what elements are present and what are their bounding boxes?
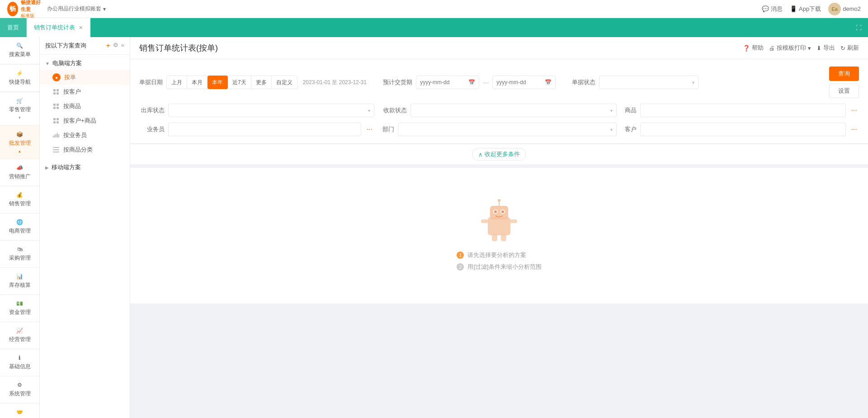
tab-sales-label: 销售订单统计表 bbox=[34, 24, 75, 32]
order-status-label: 单据状态 bbox=[572, 78, 595, 86]
sidebar-item-ecommerce[interactable]: 🌐 电商管理 bbox=[0, 214, 39, 241]
app-download-button[interactable]: 📱 App下载 bbox=[790, 5, 821, 13]
tab-close-icon[interactable]: ✕ bbox=[79, 25, 83, 31]
filter-area: 单据日期 上月 本月 本年 近7天 更多 自定义 2023-01-01 至 20… bbox=[130, 59, 868, 144]
salesperson-input[interactable] bbox=[168, 123, 361, 136]
scheme-item-by-category[interactable]: 按商品分类 bbox=[40, 142, 130, 157]
ship-status-select[interactable]: ▾ bbox=[168, 104, 374, 117]
filter-row-3: 业务员 ··· 部门 ▾ 客户 ··· bbox=[139, 123, 859, 136]
date-btn-7days[interactable]: 近7天 bbox=[228, 76, 251, 89]
sidebar-item-quicknav[interactable]: ⚡ 快捷导航 bbox=[0, 65, 39, 92]
sidebar-item-marketing[interactable]: 📣 营销推广 bbox=[0, 159, 39, 186]
finance-icon: 💵 bbox=[16, 300, 23, 307]
scheme-item-by-salesperson[interactable]: 按业务员 bbox=[40, 128, 130, 142]
sidebar-item-retail[interactable]: 🛒 零售管理 ▾ bbox=[0, 92, 39, 126]
empty-state: 1 请先选择要分析的方案 2 用[过滤]条件来缩小分析范围 bbox=[130, 168, 868, 304]
settings-scheme-button[interactable]: ⚙ bbox=[113, 42, 118, 50]
help-button[interactable]: ❓ 帮助 bbox=[743, 44, 764, 52]
svg-rect-9 bbox=[57, 118, 59, 120]
scheme-item-by-cust-prod[interactable]: 按客户+商品 bbox=[40, 114, 130, 128]
salesperson-filter: 业务员 ··· bbox=[139, 123, 374, 136]
tab-home[interactable]: 首页 bbox=[0, 18, 27, 37]
logo-text: 畅捷通好生意 标准版 bbox=[21, 0, 43, 19]
refresh-button[interactable]: ↻ 刷新 bbox=[840, 44, 859, 52]
system-icon: ⚙ bbox=[17, 382, 22, 388]
sidebar-item-enterprise-coop[interactable]: 🤝 企业协同 bbox=[0, 404, 39, 418]
customer-label: 客户 bbox=[624, 125, 637, 133]
user-menu[interactable]: Ea demo2 bbox=[828, 3, 861, 15]
svg-rect-1 bbox=[57, 89, 59, 91]
pc-scheme-group-header[interactable]: ▼ 电脑端方案 bbox=[40, 57, 130, 70]
date-btn-more[interactable]: 更多 bbox=[251, 76, 272, 89]
scheme-item-by-product[interactable]: 按商品 bbox=[40, 99, 130, 114]
order-status-filter: 单据状态 ▾ bbox=[572, 76, 816, 89]
department-select[interactable]: ▾ bbox=[398, 123, 617, 136]
date-btn-this-month[interactable]: 本月 bbox=[187, 76, 208, 89]
customer-more-button[interactable]: ··· bbox=[849, 123, 859, 136]
export-button[interactable]: ⬇ 导出 bbox=[816, 44, 835, 52]
date-btn-custom[interactable]: 自定义 bbox=[272, 76, 297, 89]
tab-expand-button[interactable]: ⛶ bbox=[849, 18, 868, 37]
setting-button[interactable]: 设置 bbox=[829, 84, 859, 98]
template-print-button[interactable]: 🖨 按模板打印 ▾ bbox=[769, 44, 811, 52]
sidebar-item-system[interactable]: ⚙ 系统管理 bbox=[0, 376, 39, 404]
sidebar-item-search[interactable]: 🔍 搜索菜单 bbox=[0, 37, 39, 64]
sidebar-item-wholesale[interactable]: 📦 批发管理 ▴ bbox=[0, 126, 39, 159]
query-button[interactable]: 查询 bbox=[829, 66, 859, 81]
search-icon: 🔍 bbox=[16, 43, 23, 49]
scheme-icon bbox=[52, 132, 60, 139]
payment-status-select[interactable]: ▾ bbox=[410, 104, 617, 117]
svg-rect-13 bbox=[54, 135, 55, 138]
order-status-select[interactable]: ▾ bbox=[599, 76, 698, 89]
breadcrumb[interactable]: 办公用品行业模拟账套 ▾ bbox=[47, 5, 106, 13]
scheme-icon bbox=[52, 146, 60, 153]
mobile-scheme-group: ▶ 移动端方案 bbox=[40, 159, 130, 176]
print-arrow-icon: ▾ bbox=[808, 45, 811, 52]
product-more-button[interactable]: ··· bbox=[849, 104, 859, 117]
sidebar-quicknav[interactable]: ⚡ 快捷导航 bbox=[0, 65, 39, 92]
purchase-icon: 🛍 bbox=[17, 246, 23, 252]
collapse-panel-button[interactable]: « bbox=[121, 42, 124, 50]
salesperson-more-button[interactable]: ··· bbox=[365, 123, 374, 136]
svg-point-25 bbox=[501, 210, 504, 213]
empty-tip-1: 1 请先选择要分析的方案 bbox=[457, 251, 541, 259]
svg-rect-16 bbox=[58, 134, 59, 138]
date-btn-this-year[interactable]: 本年 bbox=[208, 76, 228, 89]
delivery-date-start-input[interactable] bbox=[420, 79, 467, 86]
basic-icon: ℹ bbox=[19, 355, 21, 361]
tab-sales-order-stats[interactable]: 销售订单统计表 ✕ bbox=[27, 18, 90, 37]
sidebar-item-basic[interactable]: ℹ 基础信息 bbox=[0, 349, 39, 376]
sidebar-item-purchase[interactable]: 🛍 采购管理 bbox=[0, 241, 39, 268]
sidebar-item-inventory[interactable]: 📊 库存核算 bbox=[0, 268, 39, 295]
date-btn-last-month[interactable]: 上月 bbox=[166, 76, 187, 89]
svg-point-24 bbox=[494, 210, 497, 213]
sidebar-search[interactable]: 🔍 搜索菜单 bbox=[0, 37, 39, 65]
page-header: 销售订单统计表(按单) ❓ 帮助 🖨 按模板打印 ▾ ⬇ 导出 ↻ 刷新 bbox=[130, 37, 868, 59]
delivery-date-end-input[interactable] bbox=[496, 79, 543, 86]
customer-filter: 客户 ··· bbox=[624, 123, 859, 136]
mobile-scheme-group-header[interactable]: ▶ 移动端方案 bbox=[40, 161, 130, 174]
message-button[interactable]: 💬 消息 bbox=[762, 5, 783, 13]
calendar-icon: 📅 bbox=[545, 79, 552, 86]
customer-input[interactable] bbox=[640, 123, 846, 136]
active-scheme-indicator: ● bbox=[52, 73, 61, 81]
delivery-date-label: 预计交货期 bbox=[383, 78, 412, 86]
sidebar-item-sales[interactable]: 💰 销售管理 bbox=[0, 186, 39, 214]
top-bar-right: 💬 消息 📱 App下载 Ea demo2 bbox=[762, 3, 861, 15]
calendar-icon: 📅 bbox=[468, 79, 475, 86]
sidebar-item-operations[interactable]: 📈 经营管理 bbox=[0, 322, 39, 349]
ship-status-label: 出库状态 bbox=[139, 106, 165, 114]
filter-row-2: 出库状态 ▾ 收款状态 ▾ 商品 ··· bbox=[139, 104, 859, 117]
collapse-more-button[interactable]: ∧ 收起更多条件 bbox=[472, 148, 526, 161]
sidebar-item-finance[interactable]: 💵 资金管理 bbox=[0, 295, 39, 322]
top-bar: 畅 畅捷通好生意 标准版 办公用品行业模拟账套 ▾ 💬 消息 📱 App下载 E… bbox=[0, 0, 868, 18]
scheme-item-by-order[interactable]: ● 按单 bbox=[40, 70, 130, 85]
product-input[interactable] bbox=[640, 104, 846, 117]
action-buttons: 查询 设置 bbox=[822, 66, 859, 98]
delivery-date-end-wrapper: 📅 bbox=[492, 76, 556, 89]
scheme-item-by-customer[interactable]: 按客户 bbox=[40, 85, 130, 99]
svg-rect-19 bbox=[53, 152, 59, 152]
svg-rect-28 bbox=[481, 219, 488, 223]
scheme-icon bbox=[52, 117, 60, 124]
add-scheme-button[interactable]: + bbox=[106, 42, 110, 50]
